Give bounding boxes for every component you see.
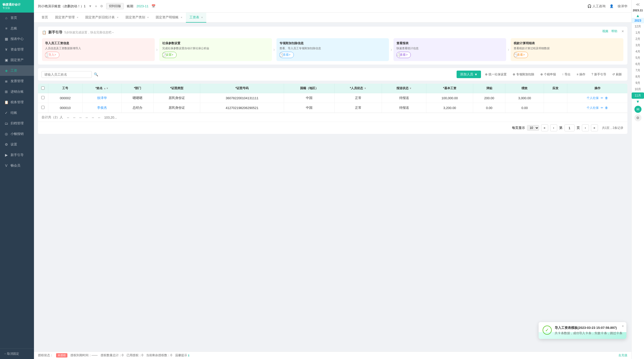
refresh-btn[interactable]: ↺ 刷新 bbox=[610, 71, 624, 78]
add-account-btn[interactable]: + bbox=[95, 4, 97, 9]
expense-icon: ◎ bbox=[4, 132, 9, 136]
row2-edit-icon[interactable]: ✏ bbox=[601, 106, 603, 110]
page-number-input[interactable] bbox=[565, 124, 575, 131]
row1-delete-icon[interactable]: 🗑 bbox=[605, 96, 608, 100]
select-all-header[interactable] bbox=[38, 84, 48, 93]
row2-apply bbox=[544, 103, 567, 113]
search-input[interactable] bbox=[42, 71, 92, 78]
sidebar-item-invoice[interactable]: ≣ 发票管理 bbox=[0, 76, 34, 86]
per-page-select[interactable]: 10 20 50 bbox=[527, 125, 539, 131]
toast-close-btn[interactable]: × bbox=[622, 324, 624, 328]
app-logo: 畅捷通好会计 专业版 bbox=[0, 0, 34, 13]
username: 徐泽华 bbox=[618, 4, 627, 9]
row1-checkbox[interactable] bbox=[38, 93, 48, 103]
panel-month-1[interactable]: 1月 bbox=[632, 30, 644, 36]
month-down-btn[interactable]: ▼ bbox=[636, 100, 640, 104]
select-all-checkbox[interactable] bbox=[41, 86, 45, 90]
tab-close-payroll[interactable]: × bbox=[201, 16, 203, 19]
panel-month-7[interactable]: 7月 bbox=[632, 67, 644, 74]
sidebar-label-settings: 设置 bbox=[11, 142, 17, 147]
tab-payroll[interactable]: 工资表 × bbox=[186, 13, 206, 23]
sidebar-item-asset[interactable]: ▣ 固定资产 bbox=[0, 55, 34, 65]
panel-year-2023[interactable]: 2023 bbox=[632, 18, 644, 23]
row1-social-link[interactable]: 个人社保 bbox=[587, 96, 599, 100]
total-dash-3: -- bbox=[79, 116, 82, 119]
sidebar-item-finance[interactable]: ¥ 资金管理 bbox=[0, 44, 34, 55]
next-page-btn[interactable]: › bbox=[582, 124, 589, 131]
account-dropdown-icon[interactable]: ▼ bbox=[89, 4, 92, 8]
tab-asset-category[interactable]: 固定资产类别 × bbox=[122, 13, 152, 23]
sidebar-item-settings[interactable]: ⚙ 设置 bbox=[0, 139, 34, 150]
step-arrow-3: › bbox=[389, 47, 393, 52]
panel-month-12[interactable]: 12月 bbox=[632, 23, 644, 30]
panel-month-2[interactable]: 2月 bbox=[632, 36, 644, 42]
row2-delete-icon[interactable]: 🗑 bbox=[605, 106, 608, 110]
panel-month-3[interactable]: 3月 bbox=[632, 42, 644, 48]
row2-id-type: 居民身份证 bbox=[153, 103, 200, 113]
consult-btn[interactable]: 🎧 人工咨询 bbox=[587, 4, 606, 9]
video-link[interactable]: 视频 bbox=[602, 29, 608, 33]
sidebar-item-archive[interactable]: 🗂 归档管理 bbox=[0, 118, 34, 129]
search-button[interactable]: 🔍 bbox=[94, 72, 98, 76]
finance-icon: ¥ bbox=[4, 47, 9, 52]
sidebar-item-ledger[interactable]: ≡ 总账 bbox=[0, 23, 34, 34]
new-guide-btn[interactable]: ? 新手引导 bbox=[589, 71, 608, 78]
panel-collapse-btn[interactable]: ≪ bbox=[636, 2, 640, 7]
add-person-button[interactable]: 添加人员 ▼ bbox=[457, 71, 481, 78]
tab-close-depreciation[interactable]: × bbox=[117, 16, 118, 19]
tab-depreciation[interactable]: 固定资产折旧统计表 × bbox=[82, 13, 122, 23]
sidebar-item-expense[interactable]: ◎ 小畅报销 bbox=[0, 129, 34, 139]
panel-month-11[interactable]: 11月 bbox=[632, 92, 644, 99]
prev-page-btn[interactable]: ‹ bbox=[550, 124, 557, 131]
switch-version-button[interactable]: 切到旧版 bbox=[106, 3, 124, 9]
tax-report-btn[interactable]: ⊕ 个税申报 bbox=[538, 71, 558, 78]
sidebar-item-guide[interactable]: ▶ 新手引导 bbox=[0, 150, 34, 160]
sidebar-item-vip[interactable]: V 畅会员 bbox=[0, 160, 34, 171]
tab-close-category[interactable]: × bbox=[147, 16, 149, 19]
tab-close-detail[interactable]: × bbox=[181, 16, 182, 19]
panel-month-10[interactable]: 10月 bbox=[632, 86, 644, 92]
last-page-btn[interactable]: » bbox=[591, 124, 598, 131]
tab-fixed-assets[interactable]: 固定资产管理 × bbox=[52, 13, 82, 23]
export-btn[interactable]: ↑ 导出 bbox=[560, 71, 573, 78]
tab-asset-detail[interactable]: 固定资产明细账 × bbox=[152, 13, 186, 23]
sidebar-label-close: 结账 bbox=[11, 111, 17, 115]
headphone-icon: 🎧 bbox=[587, 4, 591, 8]
panel-month-8[interactable]: 8月 bbox=[632, 74, 644, 80]
sidebar-item-home[interactable]: ⌂ 首页 bbox=[0, 13, 34, 23]
row2-checkbox[interactable] bbox=[38, 103, 48, 113]
tab-close-fixed-assets[interactable]: × bbox=[77, 16, 78, 19]
panel-month-5[interactable]: 5月 bbox=[632, 55, 644, 61]
sidebar-item-tax[interactable]: 📋 税务管理 bbox=[0, 97, 34, 108]
help-link[interactable]: 帮助 bbox=[611, 29, 617, 33]
guide-close-btn[interactable]: × bbox=[622, 29, 624, 34]
first-page-btn[interactable]: « bbox=[541, 124, 548, 131]
cancel-fixed-button[interactable]: ←取消固定 bbox=[0, 348, 34, 359]
feedback-btn[interactable]: ✉ bbox=[634, 106, 641, 113]
row1-send-status: 待报送 bbox=[382, 93, 426, 103]
row2-ops: 个人社保 ✏ 🗑 bbox=[567, 103, 627, 113]
panel-month-9[interactable]: 9月 bbox=[632, 80, 644, 86]
recharge-link[interactable]: 去充值 bbox=[618, 353, 627, 357]
sidebar-item-close[interactable]: ✓ 结账 bbox=[0, 108, 34, 118]
panel-month-6[interactable]: 6月 bbox=[632, 61, 644, 67]
calendar-icon[interactable]: 📅 bbox=[151, 4, 155, 8]
settings-btn[interactable]: ⚙ bbox=[100, 4, 103, 8]
panel-month-4[interactable]: 4月 bbox=[632, 48, 644, 55]
row2-social-link[interactable]: 个人社保 bbox=[587, 106, 599, 110]
sidebar-item-salary[interactable]: ◈ 工资 bbox=[0, 65, 34, 76]
account-name: 刘小艳演示账套（勿删勿动！）1 bbox=[38, 4, 86, 9]
app-subtitle: 专业版 bbox=[3, 6, 21, 10]
tab-home[interactable]: 首页 bbox=[38, 13, 52, 23]
total-dash-2: -- bbox=[73, 116, 75, 119]
settings-panel-btn[interactable]: ⚙ bbox=[634, 114, 641, 121]
sidebar-label-archive: 归档管理 bbox=[11, 121, 24, 126]
sidebar-item-trade[interactable]: ⊞ 进销台账 bbox=[0, 86, 34, 97]
row1-edit-icon[interactable]: ✏ bbox=[601, 96, 603, 100]
special-deduction-btn[interactable]: ⊕ 专项附加扣除 bbox=[511, 71, 536, 78]
operations-btn[interactable]: ≡ 操作 bbox=[575, 71, 587, 78]
sidebar-item-report[interactable]: ▦ 报表中心 bbox=[0, 34, 34, 44]
step2-desc: 完成社保参数设置自动计算社保公积金 bbox=[162, 46, 269, 50]
month-up-btn[interactable]: ▲ bbox=[636, 14, 640, 18]
social-insurance-btn[interactable]: ⊕ 统一社保设置 bbox=[483, 71, 509, 78]
